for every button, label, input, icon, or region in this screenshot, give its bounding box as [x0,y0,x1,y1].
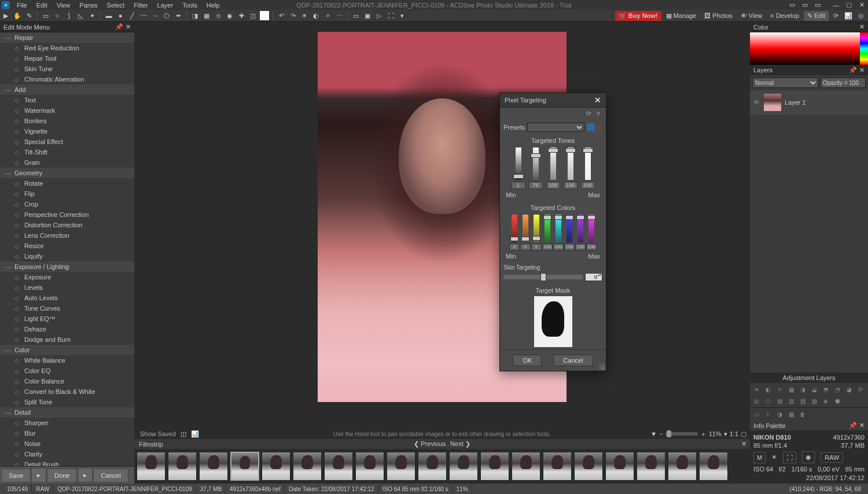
tool-text[interactable]: ◇Text [0,95,134,105]
adj-icon[interactable]: ✧ [774,384,785,395]
menu-filter[interactable]: Filter [129,1,152,10]
adj-icon[interactable]: ◎ [751,396,762,406]
split-view-icon[interactable]: ◫ [181,430,186,438]
category-add[interactable]: Add [0,84,134,95]
color-slider-7[interactable] [578,215,583,242]
tool-repair-tool[interactable]: ◇Repair Tool [0,53,134,64]
tool-distortion-correction[interactable]: ◇Distortion Correction [0,220,134,230]
panel-pin-icon[interactable]: 📌 [115,23,123,31]
menu-select[interactable]: Select [102,1,130,10]
category-detail[interactable]: Detail [0,407,134,418]
sync-icon[interactable]: ⟳ [830,10,841,21]
buy-now-button[interactable]: 🛒 Buy Now! [615,11,661,21]
tool-exposure[interactable]: ◇Exposure [0,272,134,282]
color-picker[interactable] [750,32,868,65]
color-panel-close-icon[interactable]: ✕ [859,23,865,31]
filmstrip-thumb[interactable] [293,452,322,481]
zoom-dropdown-icon[interactable]: ▾ [724,430,727,438]
filmstrip-thumb[interactable] [355,452,384,481]
eyedropper-icon[interactable]: ⦸ [213,10,223,21]
hand-tool-icon[interactable]: ✋ [12,10,23,21]
line-tool-icon[interactable]: ╱ [127,10,137,21]
filmstrip-thumb[interactable] [230,452,259,481]
curve-tool-icon[interactable]: 〰 [138,10,149,21]
color-value-2[interactable]: 0 [520,244,531,250]
skin-targeting-value[interactable]: 0 [585,273,602,281]
magic-wand-icon[interactable]: ✦ [87,10,97,21]
tool-sharpen[interactable]: ◇Sharpen [0,418,134,428]
color-swatch[interactable] [259,10,270,21]
tone-value-3[interactable]: 100 [546,182,560,189]
show-saved-toggle[interactable]: Show Saved [140,430,176,437]
adj-icon[interactable]: ▨ [797,396,808,406]
tool-split-tone[interactable]: ◇Split Tone [0,397,134,407]
next-button[interactable]: Next ❯ [450,440,470,448]
fit-view-icon[interactable]: ▢ [741,430,746,438]
opacity-input[interactable] [821,78,866,88]
color-slider-1[interactable] [512,215,517,242]
filmstrip-thumb[interactable] [543,452,572,481]
tone-value-4[interactable]: 100 [564,182,578,189]
color-value-3[interactable]: 5 [531,244,542,250]
filmstrip-thumb[interactable] [324,452,353,481]
menu-view[interactable]: View [52,1,75,10]
tool-grain[interactable]: ◇Grain [0,157,134,168]
panel-close-icon[interactable]: ✕ [126,23,131,31]
tone-value-2[interactable]: 76 [529,182,543,189]
filmstrip-thumb[interactable] [199,452,228,481]
adj-icon[interactable]: ◓ [821,384,831,395]
cancel-button[interactable]: Cancel [93,469,128,482]
tool-tone-curves[interactable]: ◇Tone Curves [0,303,134,314]
previous-button[interactable]: ❮ Previous [414,440,446,448]
reset-icon[interactable]: ⟳ [586,110,591,119]
tool-rotate[interactable]: ◇Rotate [0,178,134,189]
view-mode-button[interactable]: 👁 View [737,11,766,21]
adj-icon[interactable]: ◒ [809,384,819,395]
rotate-ccw-icon[interactable]: ↶ [276,10,286,21]
tool-skin-tune[interactable]: ◇Skin Tune [0,64,134,74]
layers-close-icon[interactable]: ✕ [859,67,865,74]
menu-file[interactable]: File [12,1,32,10]
ellipse-select-icon[interactable]: ○ [52,10,62,21]
clone-tool-icon[interactable]: ◉ [225,10,235,21]
tool-color-eq[interactable]: ◇Color EQ [0,366,134,376]
filmstrip-thumb[interactable] [449,452,478,481]
tool-levels[interactable]: ◇Levels [0,282,134,293]
365-icon[interactable]: ◎ [856,10,866,21]
zoom-in-icon[interactable]: ＋ [700,430,707,438]
arrow-tool-icon[interactable]: → [150,10,160,21]
done-dropdown-button[interactable]: ▸ [78,468,93,482]
filmstrip-thumb[interactable] [418,452,447,481]
adj-icon[interactable]: ◈ [821,396,831,406]
color-slider-2[interactable] [523,215,528,242]
close-window-button[interactable]: ✕ [855,0,868,10]
filmstrip-thumb[interactable] [668,452,697,481]
panel-restore-btn-3[interactable]: ▭ [811,0,824,10]
layers-pin-icon[interactable]: 📌 [849,67,857,74]
color-slider-4[interactable] [545,215,550,242]
adj-icon[interactable]: ◑ [797,384,808,395]
tool-dehaze[interactable]: ◇Dehaze [0,324,134,334]
brush-tool-icon[interactable]: ✎ [24,10,34,21]
adj-icon[interactable]: ◐ [763,384,773,395]
eraser-icon[interactable]: ◫ [248,10,258,21]
filmstrip-thumb[interactable] [137,452,165,481]
adj-icon[interactable]: ⟳ [855,384,866,395]
lasso-icon[interactable]: ⟆ [64,10,74,21]
color-value-8[interactable]: 100 [586,244,597,250]
tool-vignette[interactable]: ◇Vignette [0,126,134,137]
tool-clarity[interactable]: ◇Clarity [0,449,134,459]
tool-crop[interactable]: ◇Crop [0,199,134,209]
tool-blur[interactable]: ◇Blur [0,428,134,438]
tool-special-effect[interactable]: ◇Special Effect [0,137,134,147]
color-slider-3[interactable] [534,215,539,242]
category-geometry[interactable]: Geometry [0,168,134,178]
zoom-slider[interactable] [665,432,698,436]
marquee-icon[interactable]: ▭ [41,10,51,21]
tool-convert-to-black-white[interactable]: ◇Convert to Black & White [0,386,134,397]
layer-item[interactable]: 👁 Layer 1 [750,90,868,115]
screen-2-icon[interactable]: ▣ [362,10,373,21]
save-dropdown-button[interactable]: ▸ [31,468,46,482]
screen-1-icon[interactable]: ▭ [351,10,361,21]
filmstrip-thumb[interactable] [637,452,665,481]
